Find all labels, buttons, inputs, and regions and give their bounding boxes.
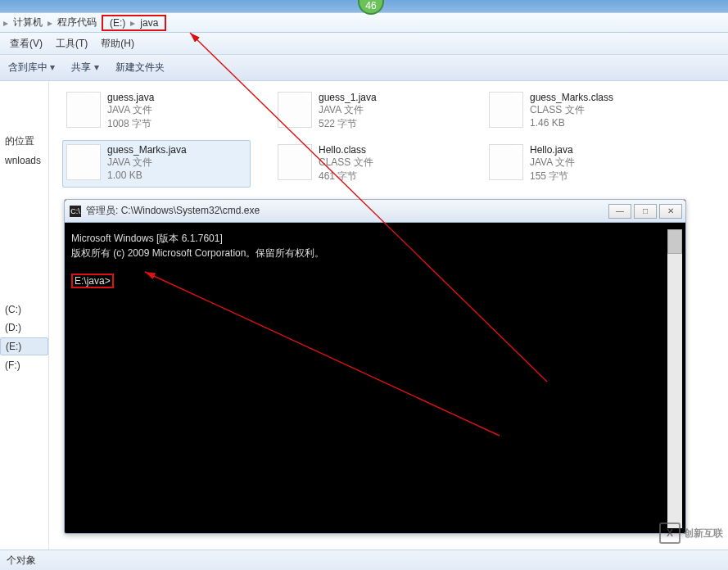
cmd-title: 管理员: C:\Windows\System32\cmd.exe bbox=[86, 204, 260, 218]
toolbar: 含到库中 共享 新建文件夹 bbox=[0, 55, 728, 81]
status-bar: 个对象 bbox=[0, 550, 728, 570]
sidebar-drive-f[interactable]: (F:) bbox=[0, 357, 48, 373]
file-icon bbox=[66, 92, 101, 128]
file-icon bbox=[66, 144, 101, 180]
highlight-box-addr: (E:) ▸ java bbox=[102, 15, 166, 31]
browser-tabs-bar: 46 bbox=[0, 0, 728, 12]
file-type: JAVA 文件 bbox=[530, 156, 669, 170]
breadcrumb[interactable]: ▸ 计算机 ▸ 程序代码 (E:) ▸ java bbox=[3, 13, 166, 32]
file-name: guess_Marks.java bbox=[107, 144, 246, 156]
file-type: CLASS 文件 bbox=[319, 156, 458, 170]
file-size: 1008 字节 bbox=[107, 117, 246, 131]
scroll-thumb[interactable] bbox=[667, 229, 682, 254]
highlight-box-prompt: E:\java> bbox=[71, 274, 114, 288]
file-label: guess.javaJAVA 文件1008 字节 bbox=[107, 92, 246, 131]
window-buttons: — □ ✕ bbox=[606, 204, 685, 219]
file-name: guess_Marks.class bbox=[530, 92, 669, 103]
cmd-icon: C:\ bbox=[70, 206, 81, 217]
cmd-title-bar[interactable]: C:\ 管理员: C:\Windows\System32\cmd.exe — □… bbox=[65, 200, 685, 223]
share-button[interactable]: 共享 bbox=[63, 61, 106, 75]
file-icon bbox=[278, 92, 312, 128]
cmd-window[interactable]: C:\ 管理员: C:\Windows\System32\cmd.exe — □… bbox=[64, 199, 686, 534]
close-button[interactable]: ✕ bbox=[659, 204, 682, 219]
file-label: Hello.javaJAVA 文件155 字节 bbox=[530, 144, 669, 183]
maximize-button[interactable]: □ bbox=[634, 204, 657, 219]
file-item[interactable]: guess.javaJAVA 文件1008 字节 bbox=[62, 88, 251, 135]
file-type: JAVA 文件 bbox=[107, 103, 246, 117]
file-type: JAVA 文件 bbox=[107, 156, 246, 170]
status-text: 个对象 bbox=[7, 554, 36, 566]
cmd-scrollbar[interactable] bbox=[667, 229, 682, 528]
file-size: 522 字节 bbox=[319, 117, 458, 131]
file-size: 461 字节 bbox=[319, 170, 458, 183]
sidebar-drive-d[interactable]: (D:) bbox=[0, 319, 48, 336]
menu-view[interactable]: 查看(V) bbox=[3, 37, 49, 51]
file-icon bbox=[489, 144, 523, 180]
sidebar-drive-e[interactable]: (E:) bbox=[0, 337, 48, 355]
file-item[interactable]: Hello.classCLASS 文件461 字节 bbox=[274, 140, 462, 188]
file-size: 1.46 KB bbox=[530, 117, 669, 129]
file-icon bbox=[278, 144, 312, 180]
watermark: X 创新互联 bbox=[659, 522, 723, 544]
file-type: CLASS 文件 bbox=[530, 103, 669, 117]
watermark-logo-icon: X bbox=[659, 522, 681, 544]
file-item[interactable]: Hello.javaJAVA 文件155 字节 bbox=[485, 140, 673, 188]
file-label: guess_Marks.javaJAVA 文件1.00 KB bbox=[107, 144, 246, 181]
sidebar-location[interactable]: 的位置 bbox=[0, 132, 48, 151]
sidebar-downloads[interactable]: wnloads bbox=[0, 152, 48, 169]
file-icon bbox=[489, 92, 523, 128]
watermark-text: 创新互联 bbox=[684, 527, 723, 541]
menu-bar: 查看(V) 工具(T) 帮助(H) bbox=[0, 33, 728, 55]
file-type: JAVA 文件 bbox=[319, 103, 458, 117]
sidebar-drive-c[interactable]: (C:) bbox=[0, 301, 48, 318]
file-label: guess_1.javaJAVA 文件522 字节 bbox=[319, 92, 458, 131]
include-in-library-button[interactable]: 含到库中 bbox=[0, 61, 63, 75]
crumb-java[interactable]: java bbox=[135, 17, 163, 29]
file-size: 1.00 KB bbox=[107, 170, 246, 181]
file-label: Hello.classCLASS 文件461 字节 bbox=[319, 144, 458, 183]
cmd-output[interactable]: Microsoft Windows [版本 6.1.7601] 版权所有 (c)… bbox=[70, 229, 681, 528]
address-bar[interactable]: ▸ 计算机 ▸ 程序代码 (E:) ▸ java bbox=[0, 12, 728, 33]
file-item[interactable]: guess_Marks.classCLASS 文件1.46 KB bbox=[485, 88, 673, 135]
nav-sidebar: 的位置 wnloads (C:) (D:) (E:) (F:) bbox=[0, 81, 49, 550]
file-name: Hello.class bbox=[319, 144, 458, 156]
crumb-folder[interactable]: 程序代码 bbox=[52, 16, 102, 29]
crumb-computer[interactable]: 计算机 bbox=[8, 16, 47, 29]
new-folder-button[interactable]: 新建文件夹 bbox=[107, 61, 173, 75]
file-name: guess_1.java bbox=[319, 92, 458, 103]
minimize-button[interactable]: — bbox=[608, 204, 631, 219]
file-item[interactable]: guess_1.javaJAVA 文件522 字节 bbox=[274, 88, 462, 135]
file-label: guess_Marks.classCLASS 文件1.46 KB bbox=[530, 92, 669, 129]
file-size: 155 字节 bbox=[530, 170, 669, 183]
menu-help[interactable]: 帮助(H) bbox=[94, 37, 141, 51]
file-name: Hello.java bbox=[530, 144, 669, 156]
menu-tools[interactable]: 工具(T) bbox=[49, 37, 94, 51]
file-item[interactable]: guess_Marks.javaJAVA 文件1.00 KB bbox=[62, 140, 251, 188]
crumb-drive[interactable]: (E:) bbox=[105, 17, 130, 29]
file-grid: guess.javaJAVA 文件1008 字节guess_1.javaJAVA… bbox=[62, 88, 693, 188]
file-name: guess.java bbox=[107, 92, 246, 103]
